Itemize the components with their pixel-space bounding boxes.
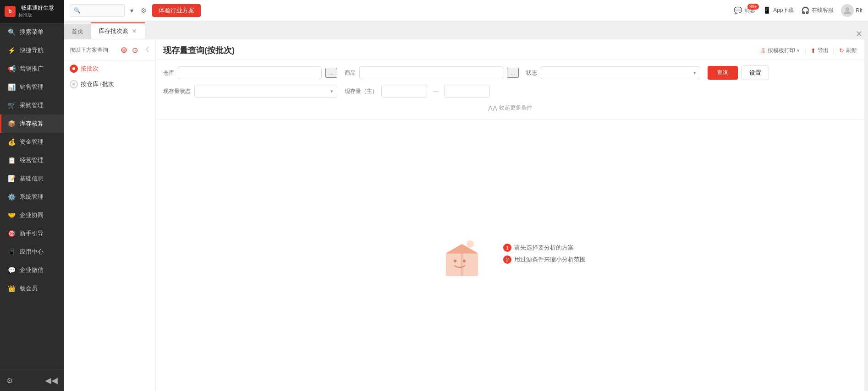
tab-inventory-batch[interactable]: 库存批次账 ✕ <box>91 22 145 39</box>
right-panel: 现存量查询(按批次) 🖨 按模板打印 ▾ | ⬆ 导出 | ↻ <box>156 39 864 391</box>
settings-icon-btn[interactable]: ⚙ <box>5 375 14 386</box>
sidebar-item-label: 销售管理 <box>20 83 44 91</box>
page-actions: 🖨 按模板打印 ▾ | ⬆ 导出 | ↻ 刷新 <box>760 47 857 54</box>
inventory-qty-max[interactable] <box>444 85 490 98</box>
inventory-icon: 📦 <box>7 119 16 128</box>
sidebar-item-label: 企业协同 <box>20 211 44 219</box>
collapse-filters-btn[interactable]: ⋀⋀ 收起更多条件 <box>163 102 857 114</box>
print-dropdown-icon: ▾ <box>797 48 800 54</box>
status-label: 状态 <box>526 69 537 77</box>
messages-badge: 99+ <box>747 4 759 10</box>
enterprise-icon: 🤝 <box>7 211 16 220</box>
warehouse-filter: 仓库 ... <box>163 66 337 79</box>
sidebar-item-label: 畅会员 <box>20 284 38 293</box>
scheme-settings-btn[interactable]: ⊙ <box>131 45 139 55</box>
sidebar-item-label: 应用中心 <box>20 248 44 256</box>
sidebar-item-label: 资金管理 <box>20 138 44 146</box>
inventory-qty-min[interactable] <box>381 85 427 98</box>
sidebar-item-enterprise[interactable]: 🤝 企业协同 <box>0 206 64 224</box>
app-logo: b <box>5 6 16 17</box>
page-header: 现存量查询(按批次) 🖨 按模板打印 ▾ | ⬆ 导出 | ↻ <box>156 39 864 60</box>
inventory-status-filter: 现存量状态 ▾ <box>163 85 337 98</box>
finance-icon: 💰 <box>7 137 16 147</box>
scheme-dot-outline-icon <box>70 80 78 88</box>
step2-num: 2 <box>503 255 511 264</box>
sidebar-item-sales[interactable]: 📊 销售管理 <box>0 78 64 96</box>
refresh-btn[interactable]: ↻ 刷新 <box>839 47 857 54</box>
sidebar-item-app-center[interactable]: 📱 应用中心 <box>0 243 64 261</box>
warehouse-more-btn[interactable]: ... <box>325 68 337 78</box>
scheme-dot-icon <box>70 65 78 73</box>
sidebar-item-marketing[interactable]: 📢 营销推广 <box>0 60 64 78</box>
experience-industry-btn[interactable]: 体验行业方案 <box>152 4 201 17</box>
sales-icon: 📊 <box>7 82 16 92</box>
collapse-panel-btn[interactable]: 《 <box>142 45 150 55</box>
inventory-qty-label: 现存量（主） <box>345 87 378 95</box>
product-filter: 商品 ... <box>345 66 519 79</box>
scheme-query-label: 按以下方案查询 <box>70 46 108 54</box>
settings-btn[interactable]: 设置 <box>742 65 769 80</box>
inventory-status-select[interactable]: ▾ <box>194 85 337 98</box>
search-icon: 🔍 <box>7 27 16 37</box>
sidebar-item-inventory[interactable]: 📦 库存核算 <box>0 114 64 133</box>
collapse-sidebar-btn[interactable]: ◀◀ <box>44 375 59 386</box>
inventory-qty-filter: 现存量（主） — <box>345 85 519 98</box>
sidebar-item-search[interactable]: 🔍 搜索菜单 <box>0 23 64 41</box>
product-more-btn[interactable]: ... <box>507 68 519 78</box>
export-label: 导出 <box>818 47 829 54</box>
user-info[interactable]: Rit <box>841 4 863 17</box>
export-btn[interactable]: ⬆ 导出 <box>811 47 829 54</box>
app-download-label: App下载 <box>773 6 794 14</box>
app-name: 畅康通好生意 <box>21 5 54 12</box>
tab-close-icon[interactable]: ✕ <box>131 28 137 34</box>
main-area: 🔍 ▾ ⚙ 体验行业方案 💬 消息 99+ 📱 App下载 🎧 在线客服 <box>64 0 868 391</box>
svg-point-0 <box>846 7 849 11</box>
collapse-label: 收起更多条件 <box>499 104 532 112</box>
add-scheme-btn[interactable]: ⊕ <box>120 44 128 56</box>
sidebar-item-system[interactable]: ⚙️ 系统管理 <box>0 188 64 206</box>
scheme-item-label: 按批次 <box>81 65 99 73</box>
sidebar-item-enterprise-wechat[interactable]: 💬 企业微信 <box>0 261 64 279</box>
sidebar-item-quick-nav[interactable]: ⚡ 快捷导航 <box>0 41 64 60</box>
sidebar-header: b 畅康通好生意 标准版 <box>0 0 64 23</box>
gear-btn[interactable]: ⚙ <box>139 5 148 16</box>
online-service-btn[interactable]: 🎧 在线客服 <box>801 6 834 15</box>
tab-close-all-btn[interactable]: ✕ <box>850 29 868 39</box>
scheme-item-by-warehouse-batch[interactable]: 按仓库+批次 <box>64 76 155 92</box>
online-service-label: 在线客服 <box>812 6 834 14</box>
action-divider: | <box>804 47 806 54</box>
message-icon: 💬 <box>734 6 742 15</box>
sidebar-item-label: 库存核算 <box>20 119 44 128</box>
collapse-up-icon: ⋀⋀ <box>488 105 497 111</box>
sidebar-item-purchase[interactable]: 🛒 采购管理 <box>0 96 64 114</box>
sidebar-item-member[interactable]: 👑 畅会员 <box>0 279 64 298</box>
product-input[interactable] <box>359 66 503 79</box>
left-panel: 按以下方案查询 ⊕ ⊙ 《 按批次 按仓库+批次 <box>64 39 156 391</box>
messages-btn[interactable]: 💬 消息 99+ <box>734 6 755 15</box>
query-btn[interactable]: 查询 <box>708 66 738 80</box>
sidebar-item-operations[interactable]: 📋 经营管理 <box>0 151 64 169</box>
app-download-btn[interactable]: 📱 App下载 <box>763 6 794 15</box>
quick-nav-icon: ⚡ <box>7 46 16 55</box>
sidebar-item-newbie[interactable]: 🎯 新手引导 <box>0 224 64 243</box>
print-template-btn[interactable]: 🖨 按模板打印 ▾ <box>760 47 800 54</box>
range-dash: — <box>431 88 440 95</box>
sidebar-item-label: 经营管理 <box>20 156 44 164</box>
dropdown-arrow-btn[interactable]: ▾ <box>128 6 135 15</box>
empty-illustration <box>434 228 489 283</box>
member-icon: 👑 <box>7 284 16 293</box>
tab-home[interactable]: 首页 <box>64 24 91 39</box>
topbar: 🔍 ▾ ⚙ 体验行业方案 💬 消息 99+ 📱 App下载 🎧 在线客服 <box>64 0 868 21</box>
scheme-item-by-batch[interactable]: 按批次 <box>64 61 155 76</box>
sidebar-item-basic-info[interactable]: 📝 基础信息 <box>0 169 64 188</box>
warehouse-input[interactable] <box>178 66 322 79</box>
sidebar-item-finance[interactable]: 💰 资金管理 <box>0 133 64 151</box>
inventory-status-label: 现存量状态 <box>163 87 191 95</box>
tabbar-right: ✕ <box>850 29 868 39</box>
search-box[interactable]: 🔍 <box>70 4 125 17</box>
online-service-icon: 🎧 <box>801 6 810 15</box>
operations-icon: 📋 <box>7 156 16 165</box>
left-panel-header: 按以下方案查询 ⊕ ⊙ 《 <box>64 39 155 61</box>
status-select[interactable]: ▾ <box>541 66 700 79</box>
step2-text: 用过滤条件来缩小分析范围 <box>514 255 586 264</box>
